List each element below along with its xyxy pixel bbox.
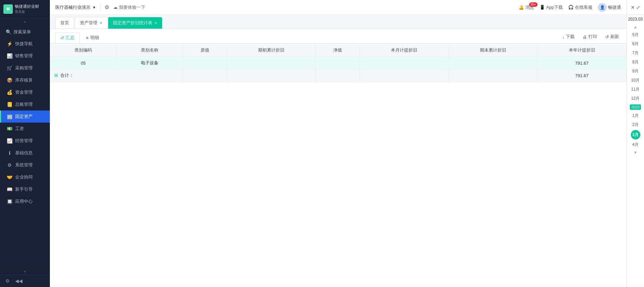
sidebar-nav: 🔍 搜索菜单 ⚡ 快捷导航 📊 销售管理 🛒 采购管理 📦 库存核算 💰 资金管… <box>0 24 50 269</box>
experience-btn[interactable]: ☁ 我要体验一下 <box>113 4 145 10</box>
company-selector[interactable]: 医疗器械行业演示 ▼ <box>55 4 96 10</box>
app-edition: 普及版 <box>15 9 39 14</box>
panel-expand-btn[interactable]: ⤢ <box>636 5 640 10</box>
sidebar-item-sales[interactable]: 📊 销售管理 <box>0 50 50 62</box>
cell-opening-depr <box>227 57 316 69</box>
download-btn[interactable]: ↓ 下载 <box>560 33 577 41</box>
table-header-row: 类别编码 类别名称 原值 期初累计折旧 净值 本月计提折旧 期未累计折旧 本年计… <box>50 44 626 57</box>
sidebar-item-label: 总账管理 <box>15 101 33 107</box>
total-monthly-depr <box>360 69 449 82</box>
footer-settings-icon[interactable]: ⚙ <box>5 278 10 284</box>
total-original-value <box>183 69 227 82</box>
app-download-label: App下载 <box>546 4 563 10</box>
tab-home[interactable]: 首页 <box>55 17 74 29</box>
sidebar-item-funds[interactable]: 💰 资金管理 <box>0 86 50 98</box>
app-download-btn[interactable]: 📱 App下载 <box>540 4 563 10</box>
month-item-8[interactable]: 8月 <box>627 58 644 67</box>
sidebar-item-label: 应用中心 <box>15 198 33 204</box>
notifications-btn[interactable]: 🔔 消息 99+ <box>519 4 534 10</box>
tab-depreciation-label: 固定资产折旧统计表 <box>113 20 152 26</box>
panel-close-btn[interactable]: ✕ <box>631 5 635 10</box>
sidebar-item-payroll[interactable]: 💵 工资 <box>0 123 50 135</box>
month-item-1[interactable]: 1月 <box>627 111 644 120</box>
sidebar-item-label: 资金管理 <box>15 89 33 95</box>
sidebar-item-inventory[interactable]: 📦 库存核算 <box>0 74 50 86</box>
month-item-2[interactable]: 2月 <box>627 120 644 129</box>
month-item-10[interactable]: 10月 <box>627 76 644 85</box>
tab-asset-mgmt[interactable]: 资产管理 ✕ <box>75 17 108 29</box>
year-badge: 2023 <box>630 104 641 110</box>
sidebar-item-guide[interactable]: 📖 新手引导 <box>0 183 50 195</box>
total-row: ⊞ 合计： 791.67 <box>50 69 626 82</box>
avatar: 👤 <box>598 3 607 12</box>
panel-header: ✕ ⤢ <box>627 0 644 15</box>
month-list: ▲ 5月 6月 7月 8月 9月 10月 11月 12月 2023 1月 2月 … <box>627 24 644 287</box>
user-label: 畅捷通 <box>608 4 621 10</box>
sidebar-item-label: 搜索菜单 <box>13 29 31 35</box>
total-label-cell: ⊞ 合计： <box>50 69 183 82</box>
download-icon: ↓ <box>562 34 565 39</box>
sidebar-item-enterprise[interactable]: 🤝 企业协同 <box>0 171 50 183</box>
topbar-settings-icon[interactable]: ⚙ <box>104 4 109 10</box>
total-annual-depr: 791.67 <box>538 69 626 82</box>
subtab-summary[interactable]: ↺ 汇总 <box>55 32 80 43</box>
sidebar-item-system[interactable]: ⚙ 系统管理 <box>0 159 50 171</box>
total-opening-depr <box>227 69 316 82</box>
topbar: 医疗器械行业演示 ▼ ⚙ ☁ 我要体验一下 🔔 消息 99+ 📱 App下载 🎧… <box>50 0 626 15</box>
footer-collapse-icon[interactable]: ◀◀ <box>15 278 23 284</box>
month-item-6[interactable]: 6月 <box>627 39 644 49</box>
panel-nav-up[interactable]: ▲ <box>633 24 639 30</box>
panel-nav-down[interactable]: ▼ <box>633 149 639 156</box>
table-container: 类别编码 类别名称 原值 期初累计折旧 净值 本月计提折旧 期未累计折旧 本年计… <box>50 43 626 287</box>
table-row: 05 电子设备 791.67 <box>50 57 626 69</box>
sidebar-item-search[interactable]: 🔍 搜索菜单 <box>0 26 50 38</box>
month-item-5[interactable]: 5月 <box>627 30 644 39</box>
month-item-12[interactable]: 12月 <box>627 94 644 103</box>
sidebar-item-fixed-assets[interactable]: 🏢 固定资产 <box>0 110 50 123</box>
quick-nav-icon: ⚡ <box>6 41 12 46</box>
subtab-summary-label: 汇总 <box>66 35 74 41</box>
month-item-4[interactable]: 4月 <box>627 140 644 149</box>
topbar-right: 🔔 消息 99+ 📱 App下载 🎧 在线客服 👤 畅捷通 <box>519 3 621 12</box>
col-closing-depr: 期未累计折旧 <box>449 44 538 57</box>
experience-label: 我要体验一下 <box>119 4 145 10</box>
sidebar-item-ops[interactable]: 📈 经营管理 <box>0 135 50 147</box>
tab-asset-mgmt-close[interactable]: ✕ <box>99 21 102 25</box>
sidebar-item-label: 固定资产 <box>15 114 33 120</box>
month-item-9[interactable]: 9月 <box>627 67 644 76</box>
company-name: 医疗器械行业演示 <box>55 4 90 10</box>
panel-year-label: 2023.03 <box>627 15 644 24</box>
app-title: 畅捷通好业财 <box>15 4 39 9</box>
tab-depreciation-close[interactable]: ✕ <box>154 21 157 25</box>
depreciation-table: 类别编码 类别名称 原值 期初累计折旧 净值 本月计提折旧 期未累计折旧 本年计… <box>50 43 626 82</box>
sidebar-footer: ⚙ ◀◀ <box>0 275 50 287</box>
subtab-detail-label: 明细 <box>90 35 99 41</box>
user-profile-btn[interactable]: 👤 畅捷通 <box>598 3 621 12</box>
subtab-detail[interactable]: ≡ 明细 <box>81 32 104 43</box>
month-item-3-active[interactable]: 3月 <box>631 130 640 139</box>
topbar-divider <box>100 4 100 11</box>
sidebar-item-basic-info[interactable]: ℹ 基础信息 <box>0 147 50 159</box>
refresh-btn[interactable]: ↺ 刷新 <box>603 33 621 41</box>
phone-icon: 📱 <box>540 5 545 10</box>
month-item-7[interactable]: 7月 <box>627 49 644 58</box>
sidebar-item-purchase[interactable]: 🛒 采购管理 <box>0 62 50 74</box>
print-btn[interactable]: 🖨 打印 <box>581 33 599 41</box>
sidebar-item-app-center[interactable]: 🔲 应用中心 <box>0 195 50 208</box>
print-icon: 🖨 <box>583 34 587 39</box>
customer-service-label: 在线客服 <box>575 4 592 10</box>
sidebar-item-quick-nav[interactable]: ⚡ 快捷导航 <box>0 38 50 50</box>
sidebar-item-label: 基础信息 <box>15 150 33 156</box>
total-icon: ⊞ <box>54 73 58 78</box>
bell-icon: 🔔 <box>519 5 524 10</box>
customer-service-btn[interactable]: 🎧 在线客服 <box>568 4 592 10</box>
sidebar-item-label: 经营管理 <box>15 138 33 144</box>
month-item-11[interactable]: 11月 <box>627 85 644 94</box>
download-label: 下载 <box>566 34 575 40</box>
sidebar-item-ledger[interactable]: 📒 总账管理 <box>0 98 50 110</box>
cell-monthly-depr <box>360 57 449 69</box>
right-panel: ✕ ⤢ 2023.03 ▲ 5月 6月 7月 8月 9月 10月 11月 12月… <box>626 0 644 287</box>
tab-depreciation-report[interactable]: 固定资产折旧统计表 ✕ <box>108 17 162 29</box>
funds-icon: 💰 <box>6 90 12 95</box>
col-monthly-depr: 本月计提折旧 <box>360 44 449 57</box>
